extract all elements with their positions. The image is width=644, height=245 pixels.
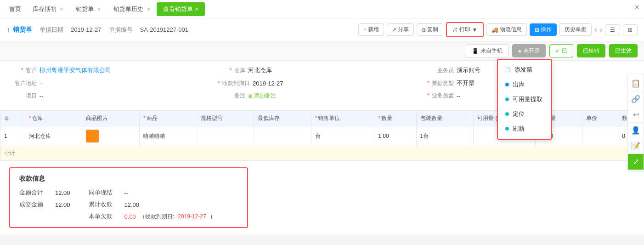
operation-button[interactable]: ⊞ 操作 [530, 23, 557, 36]
dropdown-item-outbound[interactable]: 出库 [498, 77, 551, 92]
close-tab-sales-history[interactable]: × [147, 6, 150, 12]
print-button[interactable]: 🖨 打印 ▼ [448, 24, 482, 35]
available-dot-icon [505, 97, 509, 101]
sidebar-icon-undo[interactable]: ↩ [628, 107, 644, 123]
owed-suffix: （收款到期日: [140, 213, 174, 221]
print-highlight: 🖨 打印 ▼ [446, 22, 484, 37]
warehouse-field: * 仓库 河北仓库 [218, 66, 426, 74]
refresh-dot-icon [505, 127, 509, 131]
main-content: ↑ 销货单 单据日期 2019-12-27 单据编号 SA-20191227-0… [0, 18, 644, 234]
note-field: 备注 ⊕ 添加备注 [218, 92, 426, 100]
date-label: 单据日期 [40, 26, 63, 34]
payment-col-left: 金额合计 12.00 成交金额 12.00 [19, 188, 70, 221]
payment-col-right: 同单现结 -- 累计收款 12.00 本单欠款 0.00 （收款到期日: 201… [89, 188, 215, 221]
nav-next[interactable]: › [600, 26, 602, 34]
action-bar: 📱 来自手机 ● 未开票 ✓ 已 已核销 已生效 ☐ 添发票 出库 可用量提取 [0, 41, 644, 61]
share-button[interactable]: ↗ 分享 [387, 23, 414, 36]
dropdown-item-refresh[interactable]: 刷新 [498, 121, 551, 136]
outbound-dot-icon [505, 83, 509, 86]
dropdown-item-position[interactable]: 定位 [498, 107, 551, 121]
col-unit: *销售单位 [311, 111, 374, 126]
tab-bar: 首页 库存期初 × 销货单 × 销货单历史 × 查看销货单 × [0, 0, 644, 18]
cell-unit: 台 [311, 126, 374, 146]
close-tab-inventory[interactable]: × [60, 6, 63, 12]
tab-home[interactable]: 首页 [5, 5, 26, 13]
total-label: 金额合计 [19, 188, 51, 197]
close-tab-view-sales[interactable]: × [195, 6, 198, 12]
position-dot-icon [505, 112, 509, 116]
col-product: *商品 [139, 111, 197, 126]
col-qty: *数量 [374, 111, 416, 126]
payment-rows: 金额合计 12.00 成交金额 12.00 同单现结 -- 累计收款 [19, 188, 238, 221]
project-value: -- [40, 92, 44, 99]
shengxiao-btn[interactable]: 已生效 [609, 44, 638, 57]
right-sidebar: 📋 🔗 ↩ 👤 📝 ⤢ [627, 74, 644, 172]
customer-label: * 客户 [9, 67, 37, 74]
sidebar-icon-user[interactable]: 👤 [628, 123, 644, 138]
project-field: 项目 -- [9, 92, 218, 100]
owed-date: 2019-12-27 [178, 213, 206, 220]
ticket-icon: ● [518, 48, 521, 54]
gear-icon[interactable]: ⚙ [4, 115, 9, 122]
sidebar-icon-link[interactable]: 🔗 [628, 91, 644, 107]
close-button[interactable]: × [634, 3, 639, 12]
payment-deal-row: 成交金额 12.00 [19, 200, 70, 209]
doc-meta: 单据日期 2019-12-27 单据编号 SA-20191227-001 [40, 26, 188, 34]
address-value: -- [40, 80, 44, 87]
sidebar-icon-note[interactable]: 📝 [628, 138, 644, 154]
dropdown-item-available[interactable]: 可用量提取 [498, 92, 551, 107]
dropdown-item-invoice[interactable]: ☐ 添发票 [498, 63, 551, 77]
payment-total-row: 金额合计 12.00 [19, 188, 70, 197]
col-spec: 规格型号 [197, 111, 254, 126]
subtotal-label: 小计 [0, 146, 644, 161]
not-open-btn[interactable]: ● 未开票 [512, 44, 546, 57]
same-order-label: 同单现结 [89, 188, 121, 197]
no-label: 单据编号 [109, 26, 133, 34]
col-price: 单价 [582, 111, 618, 126]
cell-price [582, 126, 618, 146]
sidebar-icon-expand[interactable]: ⤢ [628, 154, 644, 170]
copy-button[interactable]: ⧉ 复制 [417, 23, 443, 36]
doc-title-text: 销货单 [13, 26, 32, 34]
date-value: 2019-12-27 [71, 26, 102, 33]
col-gear: ⚙ [0, 111, 25, 126]
done-btn[interactable]: ✓ 已 [549, 44, 573, 57]
subtotal-row: 小计 [0, 146, 644, 161]
cell-spec [197, 126, 254, 146]
note-label: 备注 [218, 92, 245, 100]
nav-prev[interactable]: ‹ [594, 26, 597, 34]
toolbar: + 新增 ↗ 分享 ⧉ 复制 🖨 打印 ▼ 🚚 物流信息 [358, 22, 638, 37]
history-button[interactable]: 历史单据 [559, 23, 592, 36]
close-tab-sales[interactable]: × [97, 6, 100, 12]
add-button[interactable]: + 新增 [358, 23, 384, 36]
sidebar-icon-clipboard[interactable]: 📋 [628, 76, 644, 91]
tab-sales[interactable]: 销货单 × [70, 1, 106, 17]
payment-box: 收款信息 金额合计 12.00 成交金额 12.00 同单现结 -- [9, 167, 248, 228]
tab-view-sales[interactable]: 查看销货单 × [157, 2, 205, 16]
invoice-box-icon: ☐ [505, 67, 511, 74]
cell-qty: 1.00 [374, 126, 416, 146]
logistics-button[interactable]: 🚚 物流信息 [486, 23, 527, 36]
phone-icon: 📱 [472, 48, 479, 54]
list-view-btn[interactable]: ☰ [605, 24, 620, 35]
add-note-button[interactable]: ⊕ 添加备注 [248, 92, 276, 100]
customer-value[interactable]: 柳州粤港平安气体有限公司 [40, 66, 111, 74]
from-phone-btn[interactable]: 📱 来自手机 [466, 44, 508, 57]
salesman-label: * 业务员孟 [426, 92, 454, 100]
cell-min-stock [254, 126, 311, 146]
salesman-value: -- [457, 92, 461, 99]
due-date-label: * 收款到期日 [218, 80, 250, 87]
share-icon: ↗ [392, 27, 396, 33]
cumulative-label: 累计收款 [89, 200, 121, 209]
product-image: 🔸 [86, 130, 99, 142]
cell-product: 嘻嘻嘻嘻 [139, 126, 197, 146]
nukiao-btn[interactable]: 已核销 [577, 44, 605, 57]
ticket-value: 不开票 [457, 79, 475, 87]
tab-inventory[interactable]: 库存期初 × [27, 1, 69, 17]
doc-header: ↑ 销货单 单据日期 2019-12-27 单据编号 SA-20191227-0… [0, 18, 644, 41]
grid-view-btn[interactable]: ⊞ [623, 24, 638, 35]
col-img: 商品图片 [82, 111, 140, 126]
check-icon: ✓ [555, 48, 560, 54]
tab-sales-history[interactable]: 销货单历史 × [107, 1, 156, 17]
payment-owed-row: 本单欠款 0.00 （收款到期日: 2019-12-27 ） [89, 212, 215, 221]
